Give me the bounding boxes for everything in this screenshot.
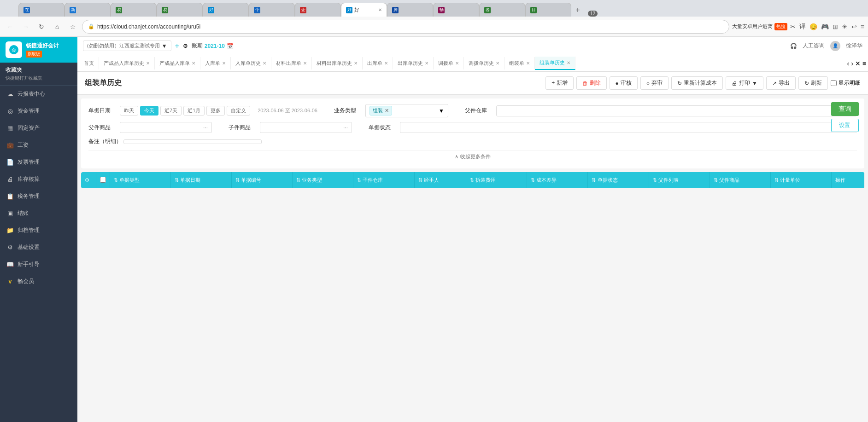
date-btn-yesterday[interactable]: 昨天 <box>120 106 138 116</box>
th-disassemble-fee[interactable]: ⇅ 拆装费用 <box>466 172 527 188</box>
add-period-btn[interactable]: + <box>175 42 179 50</box>
doc-tab-assemble[interactable]: 调拨单 ✕ <box>434 57 464 69</box>
browser-tab-4[interactable]: 易 <box>157 3 203 17</box>
doc-tab-mat-out[interactable]: 材料出库单 ✕ <box>271 57 312 69</box>
date-btn-more[interactable]: 更多 <box>206 106 225 116</box>
show-detail-checkbox[interactable] <box>831 80 837 86</box>
sidebar-item-member[interactable]: V 畅会员 <box>0 273 77 290</box>
parent-goods-input[interactable]: ··· <box>120 122 212 133</box>
abandon-button[interactable]: ○ 弃审 <box>640 76 669 90</box>
th-unit[interactable]: ⇅ 计量单位 <box>771 172 832 188</box>
th-order-no[interactable]: ⇅ 单据编号 <box>231 172 292 188</box>
date-btn-1month[interactable]: 近1月 <box>183 106 205 116</box>
th-order-type[interactable]: ⇅ 单据类型 <box>110 172 170 188</box>
menu-icon[interactable]: ≡ <box>861 23 864 30</box>
support-label[interactable]: 人工咨询 <box>803 42 825 50</box>
order-status-input[interactable]: ▼ <box>400 122 857 133</box>
browser-tab-10[interactable]: 畅 <box>433 3 479 17</box>
bookmark-button[interactable]: ☆ <box>66 20 79 33</box>
date-btn-7days[interactable]: 近7天 <box>160 106 182 116</box>
assemble-history-close[interactable]: ✕ <box>496 61 499 66</box>
browser-tab-2[interactable]: 新 <box>65 3 111 17</box>
assemble-close[interactable]: ✕ <box>455 61 459 66</box>
parent-warehouse-input[interactable]: ··· <box>496 105 857 116</box>
calendar-icon[interactable]: 📅 <box>227 43 234 49</box>
browser-tab-11[interactable]: 各 <box>479 3 525 17</box>
doc-tab-out-order[interactable]: 出库单 ✕ <box>363 57 393 69</box>
sidebar-item-archive[interactable]: 📁 归档管理 <box>0 222 77 239</box>
print-button[interactable]: 🖨 打印 ▼ <box>726 76 763 90</box>
doc-tab-home[interactable]: 首页 <box>79 57 99 69</box>
kit-order-close[interactable]: ✕ <box>526 61 530 66</box>
home-button[interactable]: ⌂ <box>51 20 64 33</box>
new-tab-button[interactable]: + <box>571 4 584 17</box>
browser-tab-9[interactable]: 腾 <box>387 3 433 17</box>
sidebar-item-fixed-assets[interactable]: ▦ 固定资产 <box>0 120 77 137</box>
child-goods-input[interactable]: ··· <box>260 122 352 133</box>
horizontal-scrollbar[interactable] <box>81 192 864 199</box>
recalc-button[interactable]: ↻ 重新计算成本 <box>671 76 723 90</box>
filter-settings-button[interactable]: 设置 <box>831 119 859 132</box>
tab-close-all-icon[interactable]: ✕ <box>855 60 861 67</box>
doc-tab-prod-in-history[interactable]: 产成品入库单历史 ✕ <box>99 57 155 69</box>
collapse-bar[interactable]: ∧ 收起更多条件 <box>88 150 857 163</box>
forward-button[interactable]: → <box>19 20 32 33</box>
doc-tab-prod-in[interactable]: 产成品入库单 ✕ <box>155 57 200 69</box>
tab-next-icon[interactable]: › <box>851 60 853 67</box>
prod-in-history-close[interactable]: ✕ <box>146 61 150 66</box>
tab-prev-icon[interactable]: ‹ <box>847 60 849 67</box>
th-order-status[interactable]: ⇅ 单据状态 <box>588 172 649 188</box>
date-btn-today[interactable]: 今天 <box>140 106 158 116</box>
th-handler[interactable]: ⇅ 经手人 <box>414 172 466 188</box>
mat-out-close[interactable]: ✕ <box>303 61 307 66</box>
in-order-close[interactable]: ✕ <box>222 61 226 66</box>
delete-button[interactable]: 🗑 删除 <box>576 76 607 90</box>
business-type-input[interactable]: 组装 ✕ ▼ <box>365 104 448 117</box>
refresh-button[interactable]: ↻ 刷新 <box>798 76 828 90</box>
date-btn-custom[interactable]: 自定义 <box>227 106 250 116</box>
reload-button[interactable]: ↻ <box>35 20 48 33</box>
doc-tab-kit-order[interactable]: 组装单 ✕ <box>504 57 535 69</box>
sidebar-item-inventory[interactable]: 🖨 库存核算 <box>0 171 77 188</box>
brightness-icon[interactable]: ☀ <box>842 23 848 30</box>
grid-icon[interactable]: ⊞ <box>833 23 838 30</box>
select-all-checkbox[interactable] <box>100 177 106 183</box>
doc-tab-mat-out-history[interactable]: 材料出库单历史 ✕ <box>312 57 363 69</box>
sidebar-item-cloud-report[interactable]: ☁ 云报表中心 <box>0 86 77 103</box>
translate-icon[interactable]: 译 <box>799 23 806 31</box>
browser-tab-12[interactable]: 目 <box>525 3 571 17</box>
kit-history-close[interactable]: ✕ <box>567 60 570 65</box>
export-button[interactable]: ↗ 导出 <box>766 76 796 90</box>
sidebar-item-fund-mgmt[interactable]: ◎ 资金管理 <box>0 103 77 120</box>
tab-more-icon[interactable]: ≡ <box>862 60 866 67</box>
new-button[interactable]: + 新增 <box>545 76 573 90</box>
undo-icon[interactable]: ↩ <box>851 23 857 30</box>
doc-tab-assemble-history[interactable]: 调拨单历史 ✕ <box>464 57 504 69</box>
address-bar[interactable]: 🔒 https://cloud.chanjet.com/accounting/u… <box>82 20 729 34</box>
th-child-warehouse[interactable]: ⇅ 子件仓库 <box>353 172 414 188</box>
doc-tab-out-history[interactable]: 出库单历史 ✕ <box>393 57 434 69</box>
show-detail-checkbox-label[interactable]: 显示明细 <box>831 79 861 87</box>
audit-button[interactable]: ● 审核 <box>610 76 638 90</box>
prod-in-close[interactable]: ✕ <box>192 61 195 66</box>
in-history-close[interactable]: ✕ <box>263 61 266 66</box>
out-history-close[interactable]: ✕ <box>425 61 428 66</box>
back-button[interactable]: ← <box>4 20 17 33</box>
sidebar-item-tax[interactable]: 📋 税务管理 <box>0 188 77 205</box>
emoji-icon[interactable]: 😊 <box>809 23 817 30</box>
doc-tab-kit-history[interactable]: 组装单历史 ✕ <box>535 57 575 70</box>
out-order-close[interactable]: ✕ <box>384 61 388 66</box>
scissors-icon[interactable]: ✂ <box>790 23 796 30</box>
browser-tab-6[interactable]: 个 <box>249 3 295 17</box>
browser-tab-7[interactable]: 企 <box>295 3 341 17</box>
th-checkbox[interactable] <box>96 172 110 188</box>
active-tab-close[interactable]: ✕ <box>378 7 382 12</box>
browser-tab-5[interactable]: 好 <box>203 3 249 17</box>
settings-gear[interactable]: ⚙ <box>183 43 188 49</box>
doc-tab-in-order[interactable]: 入库单 ✕ <box>200 57 231 69</box>
sidebar-item-invoice[interactable]: 📄 发票管理 <box>0 154 77 171</box>
sidebar-item-guide[interactable]: 📖 新手引导 <box>0 256 77 273</box>
th-settings[interactable]: ⚙ <box>81 172 96 188</box>
favorites-subtitle[interactable]: 快捷键打开收藏夹 <box>6 75 72 81</box>
browser-tab-8-active[interactable]: 好 好 ✕ <box>341 3 387 17</box>
